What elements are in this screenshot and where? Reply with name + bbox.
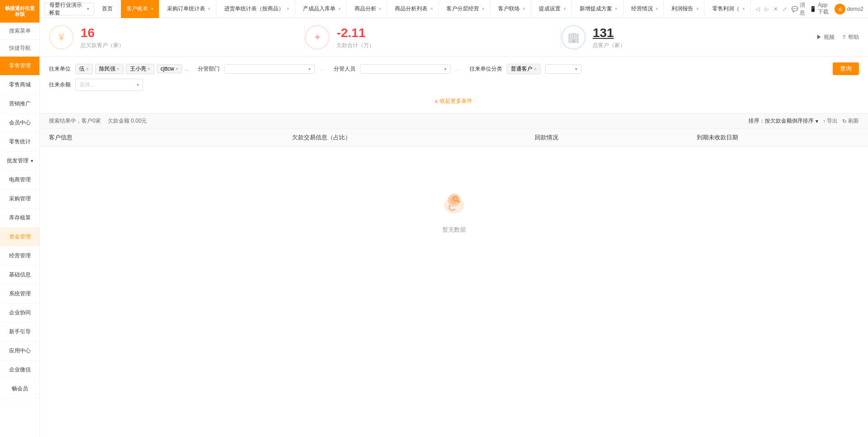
sidebar-search[interactable]: 搜索菜单 <box>0 23 39 40</box>
logo-text: 畅捷通好生意 标版 <box>5 5 35 17</box>
video-help-button[interactable]: ▶ 视频 <box>816 33 834 41</box>
tab-expand-button[interactable]: ⤢ <box>780 0 789 18</box>
topbar: 母婴行业演示帐套 ▾ 首页 客户账本 × 采购订单统计表 × 进货单统计表（按商… <box>40 0 868 18</box>
money-icon: ¥ <box>49 25 74 50</box>
dept-filter-select[interactable]: ▾ <box>224 64 315 74</box>
sidebar-item-app-center[interactable]: 应用中心 <box>0 342 39 361</box>
tab-purchase-order[interactable]: 采购订单统计表 × <box>162 0 216 18</box>
tag-close-chen[interactable]: × <box>117 66 120 71</box>
tab-customer-account[interactable]: 客户账本 × <box>121 0 159 18</box>
tab-close-icon[interactable]: × <box>379 6 382 11</box>
tab-home[interactable]: 首页 <box>96 0 119 18</box>
sidebar-item-inventory[interactable]: 库存核算 <box>0 209 39 228</box>
dept-filter-label: 分管部门 <box>198 65 220 73</box>
sidebar-item-wholesale[interactable]: 批发管理 ▾ <box>0 152 39 171</box>
sidebar-item-new-guide[interactable]: 新手引导 <box>0 323 39 342</box>
tag-close-wu[interactable]: × <box>86 66 89 71</box>
user-avatar[interactable]: d demo2 <box>834 4 863 14</box>
collapse-icon: ∧ <box>434 98 438 104</box>
tag-close-cjttcw[interactable]: × <box>176 66 178 71</box>
table-container: 客户信息 欠款交易信息（占比） 回款情况 到期未收款日期 <box>40 129 868 437</box>
tab-new-promotion[interactable]: 新增提成方案 × <box>574 0 623 18</box>
tab-close-all-button[interactable]: ✕ <box>771 0 780 18</box>
export-icon: ↑ <box>823 118 825 124</box>
refresh-icon: ↻ <box>842 118 847 124</box>
dept-clear-icon[interactable]: … <box>319 66 325 72</box>
tab-close-icon[interactable]: × <box>615 6 618 11</box>
person-filter-select[interactable]: ▾ <box>360 64 451 74</box>
tab-close-icon[interactable]: × <box>482 6 484 11</box>
tab-prev-button[interactable]: ◁ <box>753 0 762 18</box>
tab-operation-status[interactable]: 经营情况 × <box>626 0 664 18</box>
tab-product-analysis[interactable]: 商品分析 × <box>349 0 388 18</box>
query-button[interactable]: 查询 <box>833 62 859 75</box>
unit-tags-more[interactable]: ... <box>184 66 189 72</box>
message-button[interactable]: 💬 消息 <box>791 1 805 17</box>
sidebar-item-system[interactable]: 系统管理 <box>0 285 39 304</box>
unit-tag-cjttcw: cjttcw × <box>157 64 182 73</box>
help-button[interactable]: ？ 帮助 <box>841 33 859 41</box>
tab-instock-stat[interactable]: 进货单统计表（按商品） × <box>219 0 295 18</box>
tag-close-wang[interactable]: × <box>148 66 150 71</box>
sidebar-item-retail-shop[interactable]: 零售商城 <box>0 76 39 95</box>
balance-dropdown-icon: ▾ <box>137 82 139 87</box>
debt-customers-info: 16 总欠款客户（家） <box>81 25 124 49</box>
tab-customer-segment[interactable]: 客户分层经营 × <box>441 0 490 18</box>
filter-row-2: 往来余额 选择... ▾ <box>49 79 859 91</box>
tab-close-icon[interactable]: × <box>563 6 566 11</box>
tab-close-icon[interactable]: × <box>287 6 289 11</box>
sidebar-item-enterprise[interactable]: 企业协同 <box>0 304 39 323</box>
balance-filter-select[interactable]: 选择... ▾ <box>75 79 143 91</box>
sidebar-item-basic-info[interactable]: 基础信息 <box>0 266 39 285</box>
sidebar-item-retail-stat[interactable]: 零售统计 <box>0 133 39 152</box>
tab-promotion-settings[interactable]: 提成设置 × <box>533 0 572 18</box>
video-icon: ▶ <box>816 34 823 40</box>
sidebar-item-ecommerce[interactable]: 电商管理 <box>0 171 39 190</box>
tab-close-icon[interactable]: × <box>151 6 153 11</box>
tab-customer-contact[interactable]: 客户联络 × <box>493 0 531 18</box>
tab-product-analysis-list[interactable]: 商品分析列表 × <box>389 0 439 18</box>
sidebar-item-finance[interactable]: 资金管理 <box>0 228 39 247</box>
tab-retail-profit[interactable]: 零售利润（ × <box>707 0 751 18</box>
dept-dropdown-icon: ▾ <box>308 66 311 71</box>
tab-close-icon[interactable]: × <box>208 6 211 11</box>
sort-select[interactable]: 排序：按欠款金额倒序排序 ▾ <box>748 117 818 125</box>
total-customers-value: 131 <box>593 25 625 41</box>
filter-collapse-button[interactable]: ∧ 收起更多条件 <box>49 95 859 108</box>
sidebar-item-member[interactable]: 会员中心 <box>0 114 39 133</box>
unit-class-filter-select[interactable]: ▾ <box>545 64 581 74</box>
tab-close-icon[interactable]: × <box>430 6 433 11</box>
sidebar-item-purchase[interactable]: 采购管理 <box>0 190 39 209</box>
sidebar-item-marketing[interactable]: 营销推广 <box>0 95 39 114</box>
sidebar-item-vip[interactable]: 畅会员 <box>0 380 39 399</box>
sidebar-item-retail[interactable]: 零售管理 <box>0 57 39 76</box>
empty-text: 暂无数据 <box>442 226 466 234</box>
table-header-customer-info: 客户信息 <box>49 133 292 142</box>
total-customers-label: 总客户（家） <box>593 42 625 49</box>
store-dropdown-icon: ▾ <box>87 6 89 11</box>
tab-profit-report[interactable]: 利润报告 × <box>666 0 705 18</box>
tab-close-icon[interactable]: × <box>742 6 745 11</box>
sidebar: 畅捷通好生意 标版 搜索菜单 快捷导航 零售管理 零售商城 营销推广 会员中心 … <box>0 0 40 437</box>
tab-close-icon[interactable]: × <box>338 6 341 11</box>
tab-close-icon[interactable]: × <box>656 6 658 11</box>
tab-close-icon[interactable]: × <box>696 6 699 11</box>
app-download-button[interactable]: 📱 App下载 <box>810 2 830 16</box>
debt-customers-value: 16 <box>81 25 124 41</box>
refresh-button[interactable]: ↻ 刷新 <box>842 117 859 125</box>
header-help: ▶ 视频 ？ 帮助 <box>816 33 859 41</box>
wholesale-arrow-icon: ▾ <box>31 158 33 163</box>
tab-close-icon[interactable]: × <box>523 6 525 11</box>
tag-close-normal[interactable]: × <box>534 66 537 71</box>
phone-icon: 📱 <box>810 6 816 12</box>
store-selector[interactable]: 母婴行业演示帐套 ▾ <box>44 3 94 15</box>
person-clear-icon[interactable]: … <box>455 66 460 72</box>
export-button[interactable]: ↑ 导出 <box>823 117 838 125</box>
sidebar-item-enterprise-wechat[interactable]: 企业微信 <box>0 361 39 380</box>
tab-product-instock[interactable]: 产成品入库单 × <box>297 0 347 18</box>
sidebar-quick-nav[interactable]: 快捷导航 <box>0 40 39 57</box>
sidebar-item-operation[interactable]: 经营管理 <box>0 247 39 266</box>
tab-next-button[interactable]: ▷ <box>762 0 771 18</box>
table-header-debt-info: 欠款交易信息（占比） <box>292 133 535 142</box>
svg-point-5 <box>449 205 451 207</box>
